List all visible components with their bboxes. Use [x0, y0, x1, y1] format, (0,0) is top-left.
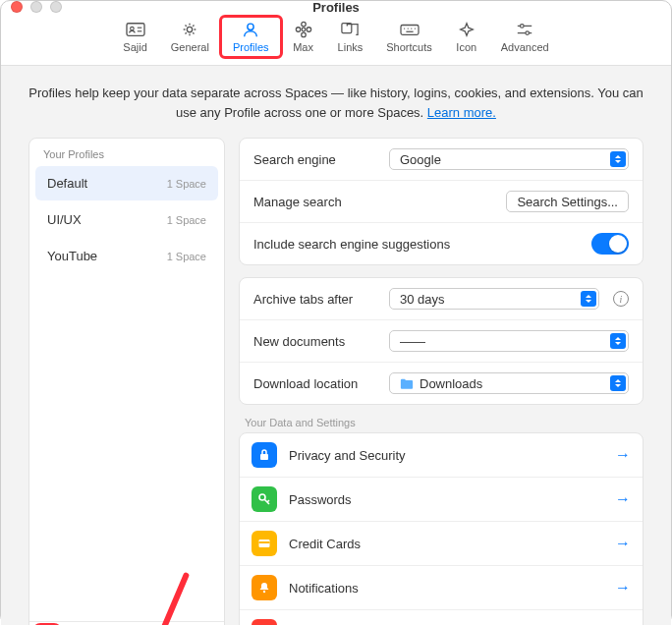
- titlebar: Profiles: [1, 1, 671, 13]
- person-icon: [240, 21, 261, 38]
- tab-max[interactable]: Max: [281, 17, 326, 57]
- data-row-label: Privacy and Security: [289, 448, 406, 463]
- learn-more-link[interactable]: Learn more.: [427, 105, 496, 120]
- svg-point-21: [526, 31, 530, 35]
- zoom-window[interactable]: [50, 1, 62, 13]
- svg-point-14: [407, 28, 408, 28]
- profiles-header: Your Profiles: [29, 139, 224, 166]
- suggestions-label: Include search engine suggestions: [253, 237, 582, 252]
- data-row-credit-cards[interactable]: Credit Cards→: [240, 521, 643, 565]
- arrow-right-icon: →: [615, 579, 631, 597]
- settings-tabbar: Sajid General Profiles Max Links Shortcu…: [1, 13, 671, 66]
- svg-point-27: [263, 591, 265, 593]
- download-select[interactable]: Downloads: [389, 372, 629, 394]
- svg-point-15: [411, 28, 412, 28]
- chevron-updown-icon: [610, 151, 626, 167]
- tab-shortcuts[interactable]: Shortcuts: [374, 17, 443, 57]
- search-engine-select[interactable]: Google: [389, 148, 629, 170]
- data-row-label: Notifications: [289, 581, 359, 596]
- profile-row-youtube[interactable]: YouTube 1 Space: [35, 239, 218, 273]
- newdoc-select[interactable]: ——: [389, 330, 629, 352]
- tab-icon[interactable]: Icon: [444, 17, 489, 57]
- svg-point-20: [521, 25, 525, 28]
- svg-point-16: [414, 28, 415, 28]
- chevron-updown-icon: [581, 291, 596, 307]
- description-text: Profiles help keep your data separate ac…: [28, 84, 644, 122]
- info-icon[interactable]: i: [613, 291, 629, 307]
- data-section-header: Your Data and Settings: [239, 417, 644, 432]
- id-card-icon: [125, 21, 146, 38]
- chevron-updown-icon: [610, 333, 626, 349]
- tab-advanced[interactable]: Advanced: [489, 17, 561, 57]
- newdoc-label: New documents: [253, 334, 379, 349]
- bell-icon: [252, 575, 277, 600]
- svg-point-6: [302, 28, 306, 31]
- gear-icon: [179, 21, 200, 38]
- lock-icon: [252, 442, 277, 468]
- profile-row-default[interactable]: Default 1 Space: [35, 166, 218, 200]
- archive-select[interactable]: 30 days: [389, 288, 599, 310]
- sparkle-icon: [456, 21, 477, 38]
- arrow-right-icon: →: [615, 446, 631, 464]
- search-engine-label: Search engine: [253, 152, 379, 167]
- chevron-updown-icon: [610, 375, 626, 391]
- archive-label: Archive tabs after: [253, 292, 379, 307]
- search-settings-button[interactable]: Search Settings...: [506, 191, 629, 212]
- svg-point-9: [296, 28, 301, 32]
- tab-profiles[interactable]: Profiles: [221, 17, 281, 57]
- arrow-right-icon: →: [615, 535, 631, 552]
- download-label: Download location: [253, 376, 379, 391]
- sliders-icon: [514, 21, 535, 38]
- data-row-clear-browsing-data[interactable]: Clear Browsing Data→: [240, 609, 643, 625]
- suggestions-toggle[interactable]: [591, 233, 629, 255]
- svg-point-8: [301, 32, 306, 37]
- folder-icon: [400, 377, 414, 390]
- data-row-label: Passwords: [289, 492, 352, 507]
- tab-sajid[interactable]: Sajid: [111, 17, 158, 57]
- manage-search-label: Manage search: [253, 195, 379, 209]
- svg-point-5: [248, 24, 253, 29]
- windows-icon: [339, 21, 361, 38]
- arrow-right-icon: →: [615, 490, 631, 508]
- data-row-privacy-and-security[interactable]: Privacy and Security→: [240, 433, 643, 477]
- profile-row-uiux[interactable]: UI/UX 1 Space: [35, 202, 218, 237]
- card-icon: [252, 531, 277, 556]
- svg-point-10: [307, 28, 311, 32]
- svg-rect-23: [260, 454, 268, 460]
- flower-icon: [293, 21, 314, 38]
- svg-point-13: [403, 28, 404, 28]
- data-row-passwords[interactable]: Passwords→: [240, 477, 643, 521]
- key-icon: [252, 486, 277, 512]
- close-window[interactable]: [11, 1, 23, 13]
- trash-icon: [252, 619, 277, 625]
- svg-rect-0: [127, 24, 144, 36]
- data-row-label: Credit Cards: [289, 537, 361, 551]
- svg-point-1: [130, 27, 134, 30]
- profiles-panel: Your Profiles Default 1 Space UI/UX 1 Sp…: [28, 138, 225, 625]
- svg-point-7: [301, 22, 306, 27]
- svg-rect-26: [259, 541, 270, 543]
- data-row-notifications[interactable]: Notifications→: [240, 565, 643, 609]
- window-title: Profiles: [312, 0, 360, 15]
- svg-point-4: [188, 27, 193, 31]
- svg-rect-12: [401, 26, 419, 35]
- keyboard-icon: [399, 21, 420, 38]
- tab-general[interactable]: General: [159, 17, 221, 57]
- minimize-window[interactable]: [30, 1, 42, 13]
- tab-links[interactable]: Links: [326, 17, 375, 57]
